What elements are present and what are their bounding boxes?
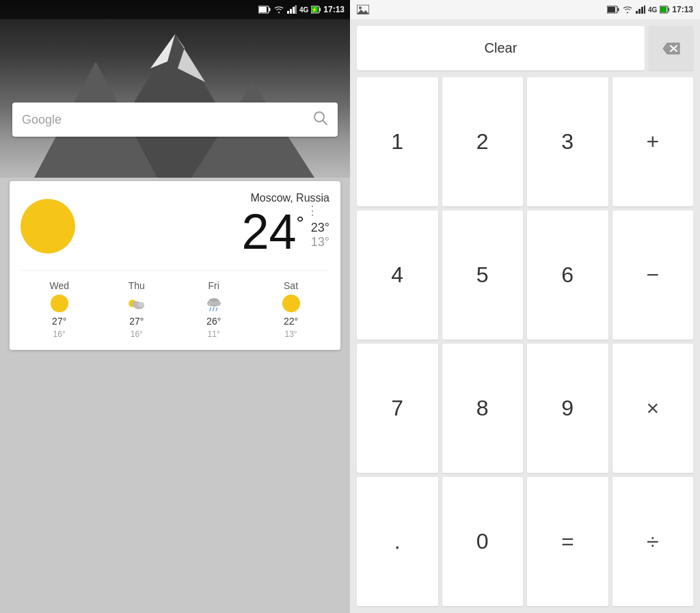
search-placeholder: Google bbox=[22, 113, 313, 127]
calc-btn-0[interactable]: 0 bbox=[442, 477, 524, 606]
battery-icon bbox=[258, 5, 271, 14]
time-left: 17:13 bbox=[323, 5, 345, 14]
mountain-background bbox=[0, 0, 350, 178]
svg-rect-33 bbox=[608, 7, 615, 12]
calc-btn-8[interactable]: 8 bbox=[442, 344, 524, 473]
svg-line-27 bbox=[213, 308, 214, 311]
weather-sun-icon bbox=[21, 199, 75, 254]
calc-btn-2[interactable]: 2 bbox=[442, 77, 524, 206]
forecast-fri: Fri 26° 11° bbox=[204, 280, 224, 339]
svg-point-22 bbox=[137, 302, 144, 308]
calc-btn-plus[interactable]: + bbox=[612, 77, 694, 206]
svg-marker-43 bbox=[663, 43, 679, 54]
calc-btn-minus[interactable]: − bbox=[612, 210, 694, 340]
svg-rect-42 bbox=[669, 8, 670, 12]
calc-grid: 1 2 3 + 4 5 6 − 7 8 9 × . 0 = ÷ bbox=[357, 77, 693, 613]
svg-rect-38 bbox=[641, 7, 643, 14]
right-panel: 4G 17:13 Clear 1 2 3 bbox=[350, 0, 700, 613]
svg-rect-34 bbox=[617, 8, 619, 12]
weather-more-button[interactable]: ⋮ bbox=[306, 203, 319, 218]
calc-btn-dot[interactable]: . bbox=[357, 477, 438, 606]
calc-btn-5[interactable]: 5 bbox=[442, 210, 524, 340]
svg-marker-31 bbox=[357, 10, 369, 14]
status-bar-left: 4G ⚡ 17:13 bbox=[0, 0, 350, 19]
calc-btn-9[interactable]: 9 bbox=[527, 344, 608, 473]
svg-line-18 bbox=[323, 120, 327, 124]
calc-display-row: Clear bbox=[357, 26, 693, 70]
svg-rect-41 bbox=[660, 7, 667, 12]
svg-rect-37 bbox=[638, 9, 641, 14]
status-bar-right: 4G 17:13 bbox=[350, 0, 700, 19]
svg-point-35 bbox=[627, 12, 628, 14]
backspace-button[interactable] bbox=[649, 26, 693, 70]
svg-rect-6 bbox=[259, 7, 267, 12]
search-bar[interactable]: Google bbox=[12, 103, 338, 137]
weather-low: 13° bbox=[311, 235, 329, 249]
svg-rect-10 bbox=[290, 9, 292, 14]
weather-info: Moscow, Russia 24 ° 23° 13° bbox=[75, 192, 329, 256]
time-right: 17:13 bbox=[672, 5, 693, 14]
svg-point-30 bbox=[359, 7, 362, 10]
weather-card: ⋮ Moscow, Russia 24 ° 23° 13° bbox=[10, 181, 340, 350]
wifi-icon bbox=[273, 5, 284, 14]
network-badge: 4G bbox=[299, 6, 308, 14]
gallery-icon bbox=[357, 5, 369, 14]
status-left-icons bbox=[357, 5, 369, 14]
svg-rect-15 bbox=[320, 8, 321, 12]
charging-icon: ⚡ bbox=[311, 5, 321, 14]
calculator: Clear 1 2 3 + 4 5 6 − 7 8 9 × . 0 bbox=[350, 19, 700, 613]
weather-forecast: Wed 27° 16° Thu bbox=[21, 270, 329, 339]
weather-main-temp: 24 bbox=[241, 207, 296, 256]
svg-rect-36 bbox=[636, 11, 638, 14]
svg-rect-11 bbox=[293, 7, 295, 14]
calc-btn-1[interactable]: 1 bbox=[357, 77, 438, 206]
search-icon bbox=[313, 111, 328, 129]
forecast-icon-sat bbox=[282, 294, 301, 313]
svg-rect-9 bbox=[287, 11, 289, 14]
charging-icon-right bbox=[660, 5, 669, 14]
weather-location: Moscow, Russia bbox=[82, 192, 329, 204]
forecast-sat: Sat 22° 13° bbox=[282, 280, 301, 339]
svg-point-25 bbox=[213, 301, 221, 306]
svg-line-28 bbox=[216, 308, 217, 311]
calc-btn-6[interactable]: 6 bbox=[527, 210, 608, 340]
clear-button[interactable]: Clear bbox=[357, 26, 645, 70]
forecast-icon-fri bbox=[204, 294, 224, 313]
svg-point-8 bbox=[278, 12, 280, 14]
status-icons-left: 4G ⚡ 17:13 bbox=[258, 5, 345, 14]
forecast-icon-wed bbox=[50, 294, 69, 313]
signal-icon-right bbox=[636, 5, 645, 14]
calc-btn-3[interactable]: 3 bbox=[527, 77, 608, 206]
status-right-icons: 4G 17:13 bbox=[607, 5, 693, 14]
svg-point-24 bbox=[207, 301, 215, 306]
network-badge-right: 4G bbox=[648, 6, 657, 14]
svg-line-26 bbox=[209, 308, 211, 311]
calc-btn-multiply[interactable]: × bbox=[612, 344, 694, 473]
forecast-icon-thu bbox=[127, 294, 146, 313]
svg-text:⚡: ⚡ bbox=[311, 6, 318, 13]
svg-rect-12 bbox=[295, 5, 297, 14]
calc-btn-equals[interactable]: = bbox=[527, 477, 608, 606]
signal-icon bbox=[287, 5, 297, 14]
svg-rect-39 bbox=[644, 5, 645, 14]
calc-btn-7[interactable]: 7 bbox=[357, 344, 438, 473]
svg-rect-7 bbox=[269, 8, 270, 12]
forecast-wed: Wed 27° 16° bbox=[49, 280, 69, 339]
calc-btn-divide[interactable]: ÷ bbox=[612, 477, 694, 606]
left-panel: 4G ⚡ 17:13 Google ⋮ M bbox=[0, 0, 350, 613]
calc-btn-4[interactable]: 4 bbox=[357, 210, 438, 340]
weather-high: 23° bbox=[311, 221, 329, 235]
wifi-icon-right bbox=[622, 5, 633, 14]
forecast-thu: Thu 27° 16° bbox=[127, 280, 146, 339]
battery-icon-right bbox=[607, 5, 619, 14]
weather-degree: ° bbox=[297, 213, 304, 234]
